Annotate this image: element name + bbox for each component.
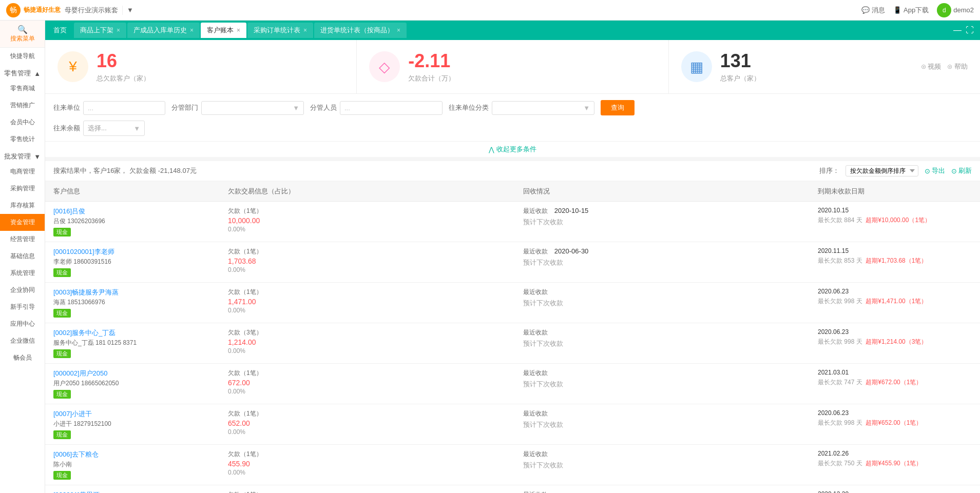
customer-name-link-6[interactable]: [0007]小进干 [53,410,92,418]
sidebar-item-retail-stat[interactable]: 零售统计 [0,131,45,148]
customer-name-link-3[interactable]: [0003]畅捷服务尹海蒸 [53,288,119,296]
tab-close-purchase-stats[interactable]: × [303,27,307,34]
debt-cell-7: 欠款（1笔） 455.90 0.00% [228,450,523,476]
system-selector[interactable]: ▼ [123,6,138,14]
filter-row-1: 往来单位 ... 分管部门 ▼ [53,100,972,115]
from-unit-input[interactable]: ... [83,101,165,115]
sidebar-item-vip-member[interactable]: 畅会员 [0,349,45,366]
overdue-amount-6[interactable]: 超期¥652.00（1笔） [866,419,922,426]
sidebar-item-enterprise-wechat[interactable]: 企业微信 [0,332,45,349]
app-download-btn[interactable]: 📱 App下载 [893,6,929,15]
recovery-cell-3: 最近收款 预计下次收款 [523,288,818,308]
customer-cell-1: [0016]吕俊 吕俊 13026203696 现金 [53,207,228,236]
tab-inbound-stats[interactable]: 进货单统计表（按商品） × [314,23,407,38]
overdue-amount-7[interactable]: 超期¥455.90（1笔） [866,460,922,467]
tab-purchase-stats[interactable]: 采购订单统计表 × [247,23,313,38]
search-icon: 🔍 [3,25,42,34]
help-btn[interactable]: ⊙ 帮助 [947,62,968,71]
search-button[interactable]: 查询 [601,100,635,115]
sidebar-item-inventory[interactable]: 库存核算 [0,197,45,214]
unit-category-select[interactable]: ▼ [492,101,594,115]
dept-select[interactable]: ▼ [201,101,304,115]
recovery-cell-8: 最近收款 预计下次收款 [523,490,818,493]
customer-cell-6: [0007]小进干 小进干 18279152100 现金 [53,409,228,439]
sidebar-item-ecommerce[interactable]: 电商管理 [0,163,45,180]
sidebar-item-finance[interactable]: 资金管理 [0,214,45,231]
customer-phone-6: 小进干 18279152100 [53,420,228,428]
refresh-btn[interactable]: ⊙ 刷新 [951,166,972,175]
sidebar-item-operations[interactable]: 经营管理 [0,231,45,248]
customer-name-link-7[interactable]: [0006]去下粮仓 [53,450,99,458]
customer-name-link-5[interactable]: [000002]用户2050 [53,369,108,377]
customer-tag-7: 现金 [53,471,71,480]
table-row: [0016]吕俊 吕俊 13026203696 现金 欠款（1笔） 10,000… [45,202,980,242]
debt-cell-4: 欠款（3笔） 1,214.00 0.00% [228,328,523,354]
customer-name-link-1[interactable]: [0016]吕俊 [53,207,85,215]
content-area: 首页 商品上下架 × 产成品入库单历史 × 客户账本 × 采购订单统计表 × [45,21,980,493]
tab-maximize-btn[interactable]: ⛶ [966,26,974,35]
customer-tag-4: 现金 [53,349,71,358]
summary-cards: ¥ 16 总欠款客户（家） ◇ -2.11 欠款合计（万） [45,40,980,94]
message-btn[interactable]: 💬 消息 [861,6,885,15]
sidebar-search[interactable]: 🔍 搜索菜单 [0,21,45,48]
manager-input[interactable]: ... [340,101,443,115]
customer-tag-6: 现金 [53,430,71,439]
filter-manager: 分管人员 ... [310,101,443,115]
customer-name-link-4[interactable]: [0002]服务中心_丁磊 [53,329,116,337]
video-btn[interactable]: ⊙ 视频 [921,62,941,71]
sort-select[interactable]: 按欠款金额倒序排序 [846,165,918,176]
tab-customer-account[interactable]: 客户账本 × [201,23,246,38]
debt-customers-number: 16 [97,50,344,72]
sidebar-item-quick-nav[interactable]: 快捷导航 [0,48,45,65]
sidebar-item-basic-info[interactable]: 基础信息 [0,248,45,265]
customer-name-link-8[interactable]: [000001]黄思源 [53,491,100,493]
results-bar: 搜索结果中，客户16家， 欠款金额 -21,148.07元 排序： 按欠款金额倒… [45,161,980,181]
col-customer-info: 客户信息 [53,187,228,196]
customer-tag-3: 现金 [53,309,71,318]
customer-name-link-2[interactable]: [0001020001]李老师 [53,248,114,255]
logo-text: 畅捷通好生意 [24,6,61,14]
collapse-filter-btn[interactable]: ⋀ 收起更多条件 [45,141,980,157]
sidebar-item-batch-mgmt[interactable]: 批发管理▼ [0,148,45,163]
sidebar-item-retail-mall[interactable]: 零售商城 [0,80,45,97]
debt-cell-8: 欠款（1笔） 429.00 0.00% [228,490,523,493]
tab-close-product-history[interactable]: × [190,27,194,34]
due-cell-4: 2020.06.23 最长欠款 998 天 超期¥1,214.00（3笔） [818,328,972,346]
filter-balance-label: 往来余额 [53,124,80,133]
sidebar-item-retail-mgmt[interactable]: 零售管理▲ [0,65,45,80]
debt-total-label: 欠款合计（万） [408,74,656,83]
export-btn[interactable]: ⊙ 导出 [925,166,945,175]
tab-close-customer-account[interactable]: × [237,27,240,34]
debt-cell-1: 欠款（1笔） 10,000.00 0.00% [228,207,523,233]
overdue-amount-5[interactable]: 超期¥672.00（1笔） [866,379,922,386]
user-profile[interactable]: d demo2 [937,3,974,17]
tab-home[interactable]: 首页 [47,23,73,38]
sidebar-item-enterprise-coop[interactable]: 企业协同 [0,282,45,299]
recovery-cell-2: 最近收款 2020-06-30 预计下次收款 [523,247,818,267]
filter-dept: 分管部门 ▼ [171,101,304,115]
balance-select[interactable]: 选择... ▼ [83,121,145,136]
tab-close-inbound-stats[interactable]: × [397,27,400,34]
overdue-amount-3[interactable]: 超期¥1,471.00（1笔） [866,298,927,305]
sidebar-item-member[interactable]: 会员中心 [0,114,45,131]
customer-tag-5: 现金 [53,390,71,399]
sidebar-item-purchase[interactable]: 采购管理 [0,180,45,197]
overdue-amount-2[interactable]: 超期¥1,703.68（1笔） [866,257,927,264]
all-customers-label: 总客户（家） [720,74,913,83]
sidebar-item-app-center[interactable]: 应用中心 [0,315,45,332]
sidebar-item-marketing[interactable]: 营销推广 [0,97,45,114]
tab-product-history[interactable]: 产成品入库单历史 × [127,23,200,38]
customer-phone-1: 吕俊 13026203696 [53,217,228,226]
due-cell-3: 2020.06.23 最长欠款 998 天 超期¥1,471.00（1笔） [818,288,972,306]
debt-cell-3: 欠款（1笔） 1,471.00 0.00% [228,288,523,314]
overdue-amount-1[interactable]: 超期¥10,000.00（1笔） [866,216,931,224]
col-debt-info: 欠款交易信息（占比） [228,187,523,196]
tab-minimize-btn[interactable]: — [953,26,962,35]
recovery-cell-5: 最近收款 预计下次收款 [523,369,818,389]
overdue-amount-4[interactable]: 超期¥1,214.00（3笔） [866,338,927,345]
tab-close-goods-publish[interactable]: × [117,27,120,34]
tab-goods-publish[interactable]: 商品上下架 × [74,23,126,38]
sidebar-item-system[interactable]: 系统管理 [0,265,45,282]
sidebar-item-new-guide[interactable]: 新手引导 [0,299,45,315]
col-due-date: 到期未收款日期 [818,187,972,196]
